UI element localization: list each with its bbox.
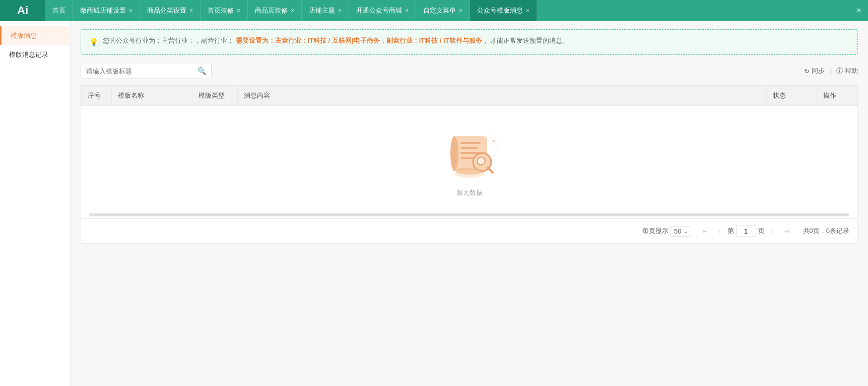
svg-rect-3	[460, 142, 481, 144]
tab-label: 微商城店铺设置	[80, 6, 126, 15]
nav-tab-首页[interactable]: 首页	[45, 0, 73, 21]
per-page-label: 每页显示	[642, 226, 669, 236]
chevron-down-icon: ⌄	[684, 228, 688, 234]
nav-tab-商品页装修[interactable]: 商品页装修×	[248, 0, 302, 21]
nav-tab-商品分类设置[interactable]: 商品分类设置×	[140, 0, 201, 21]
close-all-button[interactable]: ×	[850, 0, 868, 21]
page-navigation: ↞ ‹ 第 页 › ↠	[699, 225, 793, 237]
tab-close-icon[interactable]: ×	[405, 7, 409, 14]
nav-tab-开通公众号商城[interactable]: 开通公众号商城×	[349, 0, 416, 21]
tab-label: 自定义菜单	[423, 6, 456, 15]
col-header-name: 模版名称	[112, 86, 192, 106]
nav-tab-首页装修[interactable]: 首页装修×	[201, 0, 248, 21]
tab-label: 商品页装修	[255, 6, 288, 15]
tab-close-icon[interactable]: ×	[189, 7, 193, 14]
next-page-button[interactable]: ›	[767, 225, 779, 237]
brand-logo: Ai	[0, 0, 45, 21]
per-page-select: 每页显示 50 ⌄	[642, 226, 691, 237]
total-records: 共0页，0条记录	[803, 226, 849, 236]
data-table: 序号模版名称模版类型消息内容状态操作	[81, 86, 857, 106]
tab-close-icon[interactable]: ×	[237, 7, 240, 14]
svg-point-12	[492, 140, 495, 142]
nav-tabs: 首页微商城店铺设置×商品分类设置×首页装修×商品页装修×店铺主题×开通公众号商城…	[45, 0, 850, 21]
tab-close-icon[interactable]: ×	[459, 7, 462, 14]
nav-tab-公众号模版消息[interactable]: 公众号模版消息×	[470, 0, 537, 21]
pagination-bar: 每页显示 50 ⌄ ↞ ‹ 第 页 › ↠	[81, 218, 857, 243]
top-nav: Ai 首页微商城店铺设置×商品分类设置×首页装修×商品页装修×店铺主题×开通公众…	[0, 0, 868, 21]
tab-label: 开通公众号商城	[356, 6, 402, 15]
toolbar-divider: |	[830, 67, 831, 75]
tab-label: 公众号模版消息	[477, 6, 523, 15]
notice-highlight: 需要设置为：主营行业：IT科技 / 互联网|电子商务，副营行业：IT科技 / I…	[236, 37, 489, 44]
sync-button[interactable]: ↻ 同步	[804, 66, 825, 75]
search-bar: 🔍 ↻ 同步 | ⓘ 帮助	[81, 63, 858, 79]
content-area: 💡 您的公众号行业为：主营行业：，副营行业： 需要设置为：主营行业：IT科技 /…	[71, 21, 868, 386]
svg-point-2	[450, 136, 458, 171]
notice-banner: 💡 您的公众号行业为：主营行业：，副营行业： 需要设置为：主营行业：IT科技 /…	[81, 29, 858, 55]
col-header-type: 模版类型	[192, 86, 238, 106]
svg-rect-4	[460, 147, 478, 149]
tab-close-icon[interactable]: ×	[338, 7, 342, 14]
sidebar-item-模版消息记录[interactable]: 模版消息记录	[0, 45, 70, 64]
main-layout: 模版消息模版消息记录 💡 您的公众号行业为：主营行业：，副营行业： 需要设置为：…	[0, 21, 868, 386]
svg-point-13	[496, 146, 498, 148]
search-input[interactable]	[86, 67, 197, 75]
col-header-content: 消息内容	[238, 86, 767, 106]
col-header-index: 序号	[82, 86, 112, 106]
nav-tab-店铺主题[interactable]: 店铺主题×	[302, 0, 349, 21]
svg-rect-5	[460, 152, 480, 154]
tab-close-icon[interactable]: ×	[129, 7, 132, 14]
svg-point-11	[455, 168, 484, 175]
notice-icon: 💡	[89, 36, 99, 48]
help-icon: ⓘ	[836, 66, 843, 75]
page-input-group: 第 页	[727, 225, 765, 237]
nav-tab-自定义菜单[interactable]: 自定义菜单×	[416, 0, 470, 21]
data-table-wrapper: 序号模版名称模版类型消息内容状态操作	[81, 85, 858, 244]
last-page-button[interactable]: ↠	[781, 225, 793, 237]
sidebar-item-模版消息[interactable]: 模版消息	[0, 26, 70, 45]
empty-icon	[439, 126, 500, 181]
toolbar-right: ↻ 同步 | ⓘ 帮助	[804, 66, 858, 75]
page-label-suffix: 页	[758, 226, 765, 236]
col-header-actions: 操作	[817, 86, 857, 106]
tab-label: 首页装修	[208, 6, 234, 15]
empty-text: 暂无数据	[456, 188, 483, 197]
tab-label: 商品分类设置	[147, 6, 186, 15]
first-page-button[interactable]: ↞	[699, 225, 711, 237]
tab-close-icon[interactable]: ×	[526, 7, 529, 14]
svg-point-14	[491, 135, 492, 137]
search-input-wrapper: 🔍	[81, 63, 212, 79]
notice-text: 您的公众号行业为：主营行业：，副营行业： 需要设置为：主营行业：IT科技 / 互…	[103, 36, 569, 46]
page-number-input[interactable]	[736, 225, 756, 237]
search-icon[interactable]: 🔍	[197, 67, 206, 75]
per-page-select-box[interactable]: 50 ⌄	[671, 226, 691, 237]
sidebar: 模版消息模版消息记录	[0, 21, 71, 386]
svg-line-9	[488, 168, 493, 173]
prev-page-button[interactable]: ‹	[713, 225, 725, 237]
sync-icon: ↻	[804, 67, 810, 75]
scrollbar-track[interactable]	[89, 213, 849, 216]
table-header-row: 序号模版名称模版类型消息内容状态操作	[82, 86, 857, 106]
page-label-prefix: 第	[727, 226, 734, 236]
tab-close-icon[interactable]: ×	[291, 7, 294, 14]
col-header-status: 状态	[767, 86, 817, 106]
tab-label: 首页	[52, 6, 65, 15]
nav-tab-微商城店铺设置[interactable]: 微商城店铺设置×	[73, 0, 140, 21]
help-button[interactable]: ⓘ 帮助	[836, 66, 858, 75]
tab-label: 店铺主题	[309, 6, 335, 15]
per-page-value: 50	[674, 227, 681, 235]
empty-state: 暂无数据	[81, 106, 857, 212]
